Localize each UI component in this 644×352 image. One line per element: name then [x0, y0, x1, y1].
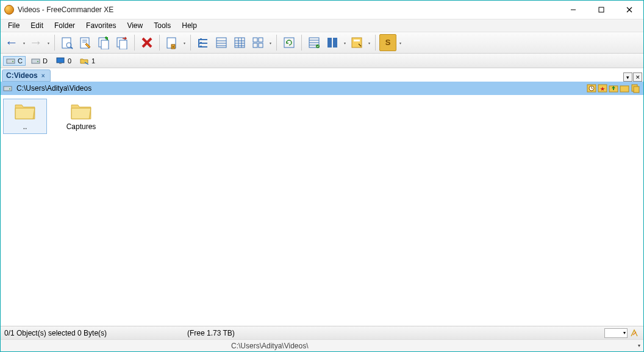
svg-point-52 [12, 61, 13, 62]
menu-favorites[interactable]: Favorites [81, 20, 121, 31]
drive-d[interactable]: D [28, 56, 51, 66]
tab-close-icon[interactable]: × [41, 72, 45, 79]
menu-file[interactable]: File [3, 20, 24, 31]
back-button[interactable]: ← [3, 34, 20, 51]
drive-net1-label: 1 [91, 57, 95, 65]
pack-button[interactable] [163, 34, 181, 51]
history-icon[interactable] [586, 83, 597, 94]
view-dropdown[interactable]: ▾ [268, 34, 273, 51]
svg-rect-46 [327, 38, 332, 48]
separator [159, 35, 160, 51]
svg-rect-13 [120, 40, 127, 49]
minimize-button[interactable] [559, 1, 587, 19]
layout-dual-button[interactable] [324, 34, 341, 51]
copy-button[interactable] [95, 34, 112, 51]
command-input[interactable] [309, 342, 635, 350]
up-folder-icon[interactable] [608, 83, 619, 94]
parent-folder-item[interactable]: .. [3, 99, 47, 134]
status-free-space: (Free 1.73 TB) [187, 329, 235, 337]
path-text: C:\Users\Aditya\Videos [16, 84, 91, 93]
favorite-folder-button[interactable]: S [379, 34, 396, 51]
svg-rect-24 [200, 42, 202, 44]
svg-rect-36 [253, 38, 257, 42]
layout-single-button[interactable] [306, 34, 323, 51]
menu-folder[interactable]: Folder [49, 20, 80, 31]
monitor-icon [56, 57, 66, 65]
quick-filter-dropdown[interactable]: ▾ [367, 34, 371, 51]
maximize-button[interactable] [587, 1, 615, 19]
file-pane[interactable]: .. Captures [1, 95, 643, 326]
refresh-button[interactable] [281, 34, 298, 51]
forward-dropdown[interactable]: ▾ [46, 34, 51, 51]
pack-dropdown[interactable]: ▾ [182, 34, 187, 51]
status-selection: 0/1 Object(s) selected 0 Byte(s) [4, 329, 187, 337]
svg-rect-57 [4, 86, 12, 91]
tab-videos[interactable]: C:Videos × [2, 69, 51, 82]
svg-rect-1 [599, 7, 604, 12]
svg-line-6 [71, 47, 73, 49]
drive-c-label: C [18, 57, 23, 65]
tab-close-panel-button[interactable]: ✕ [633, 72, 642, 82]
command-history-dropdown[interactable]: ▾ [635, 343, 643, 348]
back-dropdown[interactable]: ▾ [21, 34, 26, 51]
svg-rect-53 [32, 59, 40, 63]
svg-rect-65 [620, 86, 629, 92]
menu-help[interactable]: Help [177, 20, 202, 31]
svg-rect-56 [59, 63, 62, 64]
window-title: Videos - FreeCommander XE [18, 5, 559, 14]
svg-rect-55 [57, 58, 64, 63]
svg-rect-39 [259, 43, 263, 48]
command-prompt: C:\Users\Aditya\Videos\ [231, 342, 309, 350]
status-combo[interactable]: ▾ [604, 328, 628, 338]
delete-button[interactable] [138, 34, 156, 51]
hdd-icon [3, 85, 13, 92]
folder-icon [70, 102, 92, 120]
menu-edit[interactable]: Edit [26, 20, 48, 31]
new-folder-icon[interactable] [619, 83, 630, 94]
layout-dropdown[interactable]: ▾ [342, 34, 347, 51]
favorites-path-icon[interactable] [597, 83, 608, 94]
move-button[interactable] [113, 34, 131, 51]
drive-network-1[interactable]: 1 [77, 56, 98, 66]
tab-bar: C:Videos × ▾ ✕ [1, 68, 643, 82]
svg-rect-11 [101, 40, 109, 49]
svg-rect-23 [200, 38, 202, 40]
folder-captures[interactable]: Captures [59, 99, 103, 134]
toolbar: ← ▾ → ▾ ▾ ▾ ▾ ▾ S ▾ [1, 32, 643, 54]
separator [54, 35, 55, 51]
favorite-dropdown[interactable]: ▾ [398, 34, 402, 51]
svg-point-54 [37, 61, 38, 62]
svg-rect-49 [354, 40, 360, 41]
view-thumbnails-button[interactable] [249, 34, 267, 51]
close-button[interactable] [615, 1, 643, 19]
status-action-icon[interactable] [629, 328, 640, 339]
quick-filter-button[interactable] [348, 34, 365, 51]
view-file-button[interactable] [59, 34, 76, 51]
hdd-icon [31, 57, 41, 65]
forward-button[interactable]: → [27, 34, 45, 51]
drive-network-0[interactable]: 0 [53, 56, 74, 66]
view-details-button[interactable] [231, 34, 248, 51]
svg-rect-30 [235, 38, 245, 48]
drive-bar: C D 0 1 [1, 54, 643, 68]
drive-c[interactable]: C [3, 56, 26, 66]
address-bar[interactable]: C:\Users\Aditya\Videos [1, 82, 643, 95]
menu-view[interactable]: View [122, 20, 148, 31]
tab-menu-button[interactable]: ▾ [623, 72, 632, 82]
command-line: C:\Users\Aditya\Videos\ ▾ [1, 339, 643, 351]
view-tree-button[interactable] [195, 34, 212, 51]
svg-rect-67 [634, 86, 639, 93]
separator [276, 35, 277, 51]
folder-captures-label: Captures [66, 122, 96, 131]
svg-point-18 [173, 46, 174, 48]
svg-point-58 [9, 88, 10, 90]
copy-path-icon[interactable] [630, 83, 641, 94]
edit-file-button[interactable] [77, 34, 94, 51]
separator [190, 35, 191, 51]
svg-rect-51 [7, 59, 15, 63]
view-list-button[interactable] [213, 34, 230, 51]
svg-rect-25 [200, 46, 202, 48]
svg-rect-40 [284, 38, 294, 48]
folder-icon [14, 102, 36, 120]
menu-tools[interactable]: Tools [149, 20, 176, 31]
